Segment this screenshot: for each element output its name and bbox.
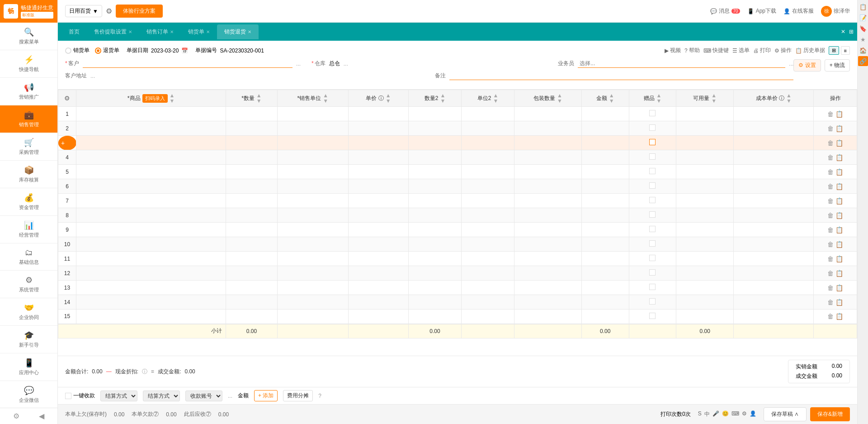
col-settings-icon[interactable]: ⚙	[64, 95, 70, 102]
history-bill-btn[interactable]: 📋 历史单据	[795, 47, 825, 54]
salesperson-input[interactable]	[578, 59, 785, 68]
unit2-cell-2[interactable]	[462, 121, 514, 136]
price-cell-1[interactable]	[349, 107, 409, 121]
delete-row-1[interactable]: 🗑	[827, 110, 834, 118]
add-payment-btn[interactable]: + 添加	[254, 390, 278, 401]
calendar-icon[interactable]: 📅	[181, 48, 188, 54]
warehouse-dots[interactable]: ...	[344, 61, 348, 67]
unit-cell-2[interactable]	[277, 121, 348, 136]
pack-cell-1[interactable]	[514, 107, 582, 121]
sidebar-item-basic[interactable]: 🗂 基础信息	[0, 243, 57, 271]
help-cash-icon[interactable]: ⓘ	[142, 368, 147, 376]
copy-r12[interactable]: 📋	[835, 270, 843, 277]
copy-r13[interactable]: 📋	[835, 284, 843, 291]
customer-dots[interactable]: ...	[296, 61, 301, 67]
delete-r7[interactable]: 🗑	[827, 197, 834, 205]
list-view-btn[interactable]: ≡	[841, 46, 850, 55]
sidebar-item-system[interactable]: ⚙ 系统管理	[0, 271, 57, 298]
copy-row-1[interactable]: 📋	[835, 110, 843, 118]
delete-r11[interactable]: 🗑	[827, 255, 834, 262]
tab-menu-icon[interactable]: ⊞	[849, 29, 854, 35]
qty-cell-2[interactable]	[226, 121, 277, 136]
remark-input[interactable]	[449, 71, 794, 80]
avail-cell-2[interactable]	[676, 121, 734, 136]
product-cell-3[interactable]	[76, 136, 226, 150]
copy-r10[interactable]: 📋	[835, 241, 843, 248]
keyboard-2-icon[interactable]: ⌨	[731, 410, 739, 418]
amount-cell-1[interactable]	[581, 107, 629, 121]
trial-btn[interactable]: 体验行业方案	[116, 5, 163, 18]
scan-input-btn[interactable]: 扫码录入	[142, 94, 168, 103]
settings-icon[interactable]: ⚙	[106, 7, 112, 15]
copy-r7[interactable]: 📋	[835, 197, 843, 205]
tab-home[interactable]: 首页	[61, 24, 87, 39]
user-profile[interactable]: 徐 徐泽华	[821, 6, 850, 17]
address-dots[interactable]: ...	[90, 73, 95, 79]
p4[interactable]	[76, 150, 226, 165]
avail-cell-1[interactable]	[676, 107, 734, 121]
online-service-btn[interactable]: 👤 在线客服	[783, 7, 814, 15]
tab-sales-bill-close[interactable]: ✕	[206, 29, 210, 34]
sidebar-item-newbie[interactable]: 🎓 新手引导	[0, 326, 57, 353]
sidebar-settings-icon[interactable]: ⚙	[13, 412, 19, 420]
sidebar-item-inventory[interactable]: 📦 库存核算	[0, 161, 57, 188]
delete-r13[interactable]: 🗑	[827, 284, 834, 291]
operations-btn[interactable]: ⚙ 操作	[774, 47, 792, 54]
tab-price-setting-close[interactable]: ✕	[128, 29, 132, 34]
expense-help-icon[interactable]: ?	[318, 393, 321, 399]
product-cell-2[interactable]	[76, 121, 226, 136]
message-btn[interactable]: 💬 消息 70	[710, 7, 740, 15]
save-draft-btn[interactable]: 保存草稿 ∧	[764, 407, 807, 421]
expense-btn[interactable]: 费用分摊	[283, 390, 313, 401]
avail-cell-3[interactable]	[676, 136, 734, 150]
person-icon[interactable]: 👤	[750, 410, 756, 418]
select-bill-btn[interactable]: ☰ 选单	[732, 47, 750, 54]
sidebar-item-sales[interactable]: 💼 销售管理	[0, 105, 57, 133]
copy-row-3[interactable]: 📋	[835, 139, 843, 147]
th-qty-sort[interactable]: *数量 ▲▼	[230, 93, 273, 104]
unit2-cell-1[interactable]	[462, 107, 514, 121]
cost-cell-3[interactable]	[734, 136, 814, 150]
copy-r9[interactable]: 📋	[835, 226, 843, 233]
unit2-cell-3[interactable]	[462, 136, 514, 150]
delete-r14[interactable]: 🗑	[827, 299, 834, 306]
unit-cell-3[interactable]	[277, 136, 348, 150]
tab-sales-return-close[interactable]: ✕	[248, 29, 251, 34]
shortcut-key-btn[interactable]: ⌨ 快捷键	[703, 47, 729, 54]
calc-method-select[interactable]: 结算方式	[143, 391, 180, 401]
settings-2-icon[interactable]: ⚙	[742, 410, 747, 418]
tab-sales-return[interactable]: 销货退货 ✕	[217, 24, 259, 39]
sidebar-item-shortcut[interactable]: ⚡ 快捷导航	[0, 50, 57, 78]
pack-cell-3[interactable]	[514, 136, 582, 150]
tab-price-setting[interactable]: 售价提取设置 ✕	[87, 24, 139, 39]
qty-cell-3[interactable]	[226, 136, 277, 150]
amount-cell-2[interactable]	[581, 121, 629, 136]
pack-cell-2[interactable]	[514, 121, 582, 136]
delete-r9[interactable]: 🗑	[827, 226, 834, 233]
right-icon-3[interactable]: 🔖	[858, 24, 868, 33]
gift-cell-3[interactable]	[629, 136, 676, 150]
customer-input[interactable]	[83, 59, 292, 68]
gift-cell-2[interactable]	[629, 121, 676, 136]
right-icon-1[interactable]: 📋	[858, 2, 868, 12]
mic-icon[interactable]: 🎤	[712, 410, 719, 418]
qty2-cell-1[interactable]	[409, 107, 462, 121]
copy-row-2[interactable]: 📋	[835, 125, 843, 132]
sidebar-collapse-icon[interactable]: ◀	[39, 412, 44, 420]
th-cost-price-sort[interactable]: 成本单价 ⓘ ▲▼	[737, 93, 810, 104]
sidebar-item-search[interactable]: 🔍 搜索菜单	[0, 23, 57, 50]
grid-view-btn[interactable]: ⊞	[829, 46, 839, 55]
copy-r6[interactable]: 📋	[835, 183, 843, 190]
right-icon-5[interactable]: 🏠	[858, 45, 868, 55]
radio-return-bill[interactable]: 退货单	[95, 47, 119, 54]
tab-sales-bill[interactable]: 销货单 ✕	[181, 24, 217, 39]
delete-row-3[interactable]: 🗑	[827, 139, 834, 147]
copy-r4[interactable]: 📋	[835, 154, 843, 161]
right-icon-2[interactable]: 📝	[858, 13, 868, 23]
tab-sales-order-close[interactable]: ✕	[170, 29, 174, 34]
price-cell-2[interactable]	[349, 121, 409, 136]
th-sales-unit-sort[interactable]: *销售单位 ▲▼	[281, 93, 344, 104]
delete-r15[interactable]: 🗑	[827, 313, 834, 320]
gift-cell-1[interactable]	[629, 107, 676, 121]
price-cell-3[interactable]	[349, 136, 409, 150]
